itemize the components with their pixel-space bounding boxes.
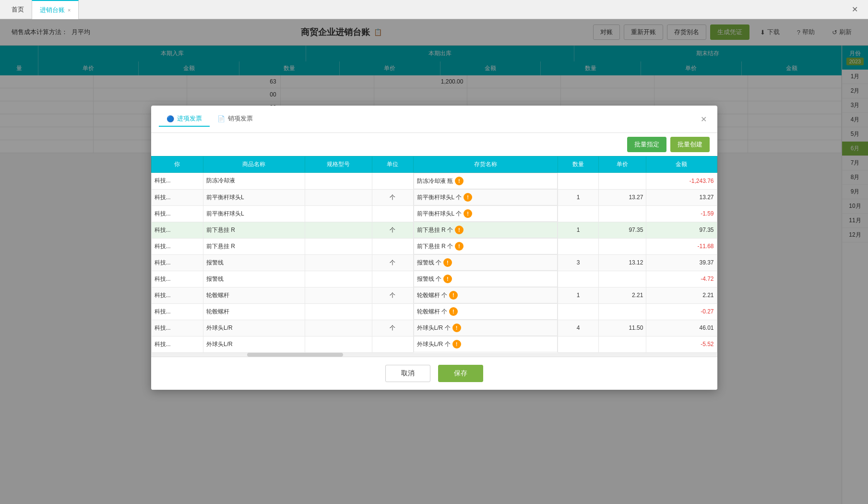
tab-invoice-in[interactable]: 🔵 进项发票 xyxy=(159,111,210,127)
invoice-out-icon: 📄 xyxy=(217,115,225,122)
th-inventory: 存货名称 xyxy=(413,156,558,173)
table-row: 科技...前下悬挂 R前下悬挂 R 个!-11.68 xyxy=(151,238,717,254)
batch-assign-button[interactable]: 批量指定 xyxy=(627,137,666,152)
th-qty: 数量 xyxy=(558,156,598,173)
th-company: 你 xyxy=(151,156,203,173)
dialog-close-button[interactable]: ✕ xyxy=(698,113,710,125)
table-row: 科技...前下悬挂 R个前下悬挂 R 个!197.3597.35 xyxy=(151,222,717,238)
cancel-button[interactable]: 取消 xyxy=(385,365,430,382)
tab-bar: 首页 进销台账 × ✕ xyxy=(0,0,868,19)
warning-icon[interactable]: ! xyxy=(455,226,464,234)
save-button[interactable]: 保存 xyxy=(438,365,483,382)
th-product: 商品名称 xyxy=(203,156,305,173)
warning-icon[interactable]: ! xyxy=(449,307,458,316)
invoice-in-icon: 🔵 xyxy=(166,115,174,122)
dialog-tabs: 🔵 进项发票 📄 销项发票 xyxy=(159,111,698,127)
table-header-row: 你 商品名称 规格型号 单位 存货名称 数量 单价 金额 xyxy=(151,156,717,173)
table-row: 科技...报警线报警线 个!-4.72 xyxy=(151,271,717,287)
dialog-toolbar: 批量指定 批量创建 xyxy=(151,133,717,156)
table-row: 科技...前平衡杆球头L前平衡杆球头L 个!-1.59 xyxy=(151,205,717,222)
warning-icon[interactable]: ! xyxy=(452,340,461,348)
tab-close-icon[interactable]: × xyxy=(68,7,71,13)
th-amount: 金额 xyxy=(646,156,717,173)
table-row: 科技...防冻冷却液防冻冷却液 瓶!-1,243.76 xyxy=(151,173,717,190)
tab-ledger[interactable]: 进销台账 × xyxy=(32,0,79,19)
table-row: 科技...报警线个报警线 个!313.1239.37 xyxy=(151,254,717,271)
invoice-dialog: 🔵 进项发票 📄 销项发票 ✕ 批量指定 批量创建 你 商品名称 xyxy=(151,106,717,390)
warning-icon[interactable]: ! xyxy=(449,291,458,300)
invoice-table-container[interactable]: 你 商品名称 规格型号 单位 存货名称 数量 单价 金额 科技...防冻冷却液防… xyxy=(151,156,717,353)
warning-icon[interactable]: ! xyxy=(455,177,464,185)
scrollbar-thumb[interactable] xyxy=(247,353,343,357)
warning-icon[interactable]: ! xyxy=(443,275,452,283)
table-row: 科技...外球头L/R个外球头L/R 个!411.5046.01 xyxy=(151,320,717,336)
tab-home[interactable]: 首页 xyxy=(4,0,32,19)
warning-icon[interactable]: ! xyxy=(464,209,472,218)
batch-create-button[interactable]: 批量创建 xyxy=(670,137,710,152)
th-unit: 单位 xyxy=(372,156,413,173)
warning-icon[interactable]: ! xyxy=(452,324,461,332)
main-content: 销售成本计算方法： 月平均 商贸企业进销台账 📋 对账 重新开账 存货别名 生成… xyxy=(0,19,868,504)
dialog-footer: 取消 保存 xyxy=(151,357,717,390)
table-row: 科技...轮毂螺杆个轮毂螺杆 个!12.212.21 xyxy=(151,287,717,303)
table-row: 科技...前平衡杆球头L个前平衡杆球头L 个!113.2713.27 xyxy=(151,189,717,205)
dialog-header: 🔵 进项发票 📄 销项发票 ✕ xyxy=(151,106,717,133)
th-spec: 规格型号 xyxy=(305,156,372,173)
table-row: 科技...外球头L/R外球头L/R 个!-5.52 xyxy=(151,336,717,352)
warning-icon[interactable]: ! xyxy=(455,242,464,251)
th-price: 单价 xyxy=(599,156,646,173)
invoice-table-body: 科技...防冻冷却液防冻冷却液 瓶!-1,243.76科技...前平衡杆球头L个… xyxy=(151,173,717,353)
horizontal-scrollbar[interactable] xyxy=(151,353,717,357)
table-row: 科技...轮毂螺杆轮毂螺杆 个!-0.27 xyxy=(151,303,717,320)
warning-icon[interactable]: ! xyxy=(443,258,452,267)
tab-invoice-out[interactable]: 📄 销项发票 xyxy=(210,111,261,127)
warning-icon[interactable]: ! xyxy=(464,193,472,202)
window-close-button[interactable]: ✕ xyxy=(845,0,864,19)
invoice-table: 你 商品名称 规格型号 单位 存货名称 数量 单价 金额 科技...防冻冷却液防… xyxy=(151,156,717,353)
